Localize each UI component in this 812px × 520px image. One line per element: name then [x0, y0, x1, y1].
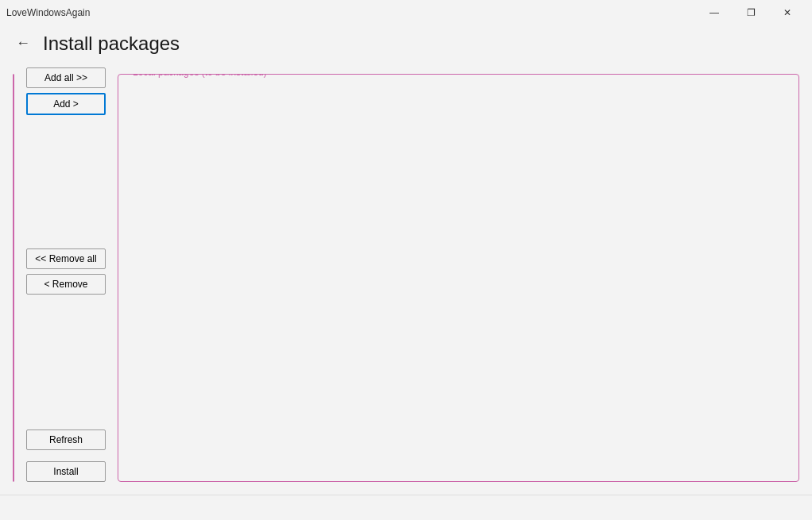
maximize-button[interactable]: ❐ — [733, 0, 769, 25]
remove-controls: << Remove all < Remove — [26, 248, 106, 295]
back-icon: ← — [16, 35, 30, 52]
close-button[interactable]: ✕ — [769, 0, 806, 25]
add-controls: Add all >> Add > — [26, 67, 106, 115]
main-content: Remote packages Microsoft.dotNetFramewor… — [0, 67, 812, 495]
add-button[interactable]: Add > — [26, 93, 106, 115]
page-title: Install packages — [43, 33, 180, 55]
add-all-button[interactable]: Add all >> — [26, 67, 106, 88]
back-button[interactable]: ← — [13, 32, 33, 55]
app-title: LoveWindowsAgain — [6, 7, 90, 18]
local-package-list[interactable] — [118, 75, 798, 481]
remote-packages-panel: Remote packages Microsoft.dotNetFramewor… — [13, 74, 14, 482]
title-bar: LoveWindowsAgain — ❐ ✕ — [0, 0, 812, 25]
remote-package-list[interactable]: Microsoft.dotNetFrameworkMicrosoft.Power… — [14, 75, 14, 481]
status-bar — [0, 495, 812, 520]
window-controls: — ❐ ✕ — [696, 0, 806, 25]
local-packages-legend: Local packages (to be installed) — [128, 74, 272, 78]
install-button[interactable]: Install — [26, 461, 106, 482]
local-packages-panel: Local packages (to be installed) — [118, 74, 799, 482]
middle-controls: Add all >> Add > << Remove all < Remove … — [14, 67, 118, 482]
remove-button[interactable]: < Remove — [26, 274, 106, 295]
minimize-button[interactable]: — — [696, 0, 733, 25]
remove-all-button[interactable]: << Remove all — [26, 248, 106, 269]
refresh-button[interactable]: Refresh — [26, 429, 106, 450]
page-header: ← Install packages — [0, 25, 812, 67]
